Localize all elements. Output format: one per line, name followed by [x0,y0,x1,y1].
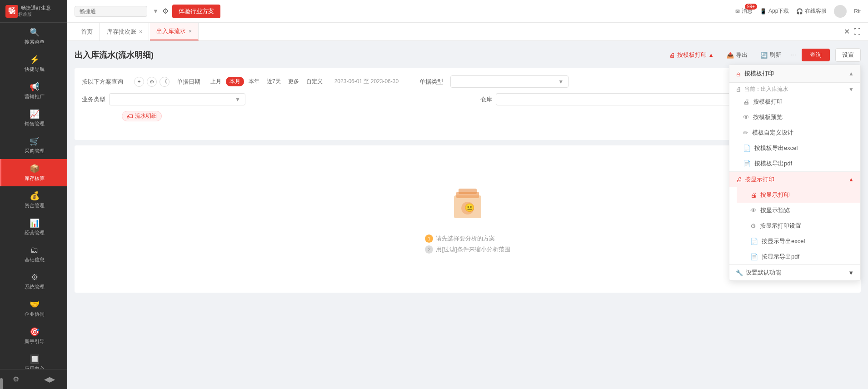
sidebar-settings-icon[interactable]: ⚙ [13,375,19,384]
sidebar-item-apps[interactable]: 🔲 应用中心 [0,349,67,369]
filter-tag-liushui[interactable]: 🏷 流水明细 [122,111,162,121]
print-template-button[interactable]: 🖨 按模板打印 ▲ [666,49,718,61]
sidebar-item-marketing[interactable]: 📢 营销推广 [0,77,67,105]
sidebar-item-system[interactable]: ⚙ 系统管理 [0,268,67,295]
query-label: 按以下方案查询 [82,78,123,86]
query-button[interactable]: 查询 [802,49,830,61]
dropdown-item-print-template[interactable]: 🖨 按模板打印 [729,94,860,110]
date-tab-last7[interactable]: 近7天 [264,77,284,86]
date-tab-more[interactable]: 更多 [285,77,302,86]
tab-flow[interactable]: 出入库流水 × [150,23,199,40]
username-label: Rit [854,8,861,15]
date-label: 单据日期 [177,78,200,86]
sidebar-item-coop[interactable]: 🤝 企业协同 [0,295,67,322]
dropdown-close-icon[interactable]: ▲ [848,70,854,77]
finance-icon: 💰 [30,191,40,201]
dropdown-section-header[interactable]: 🖨 按显示打印 ▲ [729,172,860,187]
app-download-icon: 📱 [760,8,767,15]
window-close-icon[interactable]: ✕ [844,27,850,36]
date-tabs: 上月 本月 本年 近7天 更多 自定义 [208,77,325,86]
export-label: 导出 [736,51,748,59]
sidebar-collapse-icon[interactable]: ◀▶ [44,375,55,384]
design-icon: ✏ [743,129,748,136]
dropdown-item-preview-template[interactable]: 👁 按模板预览 [729,110,860,125]
excel-icon: 📄 [743,145,751,152]
sidebar-item-search[interactable]: 🔍 搜索菜单 [0,23,67,50]
filter-collapse-button[interactable]: 《 [160,77,170,87]
sidebar-item-operations[interactable]: 📊 经营管理 [0,214,67,241]
tab-batch[interactable]: 库存批次账 × [100,23,149,40]
message-icon: ✉ [735,8,740,15]
dropdown-item-export-pdf-display[interactable]: 📄 按显示导出pdf [737,249,860,264]
section-chevron-icon: ▲ [848,176,854,183]
inventory-icon: 📦 [30,164,40,174]
filter-settings-button[interactable]: ⚙ [147,77,157,87]
date-tab-prev-month[interactable]: 上月 [208,77,224,86]
sidebar-scroll: 🔍 搜索菜单 ⚡ 快捷导航 📢 营销推广 📈 销售管理 🛒 采购管理 📦 [0,23,67,369]
sidebar-item-basic[interactable]: 🗂 基础信息 [0,241,67,268]
sidebar-item-shortcut[interactable]: ⚡ 快捷导航 [0,50,67,77]
type-label: 单据类型 [419,78,443,86]
topbar-right: ✉ 消息 99+ 📱 App下载 🎧 在线客服 Rit [735,5,861,18]
empty-illustration: 😐 [445,182,490,227]
dropdown-item-export-excel-display[interactable]: 📄 按显示导出excel [737,234,860,249]
sidebar-item-sales[interactable]: 📈 销售管理 [0,105,67,132]
message-button[interactable]: ✉ 消息 99+ [735,7,753,15]
type-select[interactable]: ▼ [450,75,569,88]
online-service-button[interactable]: 🎧 在线客服 [796,7,827,15]
window-max-icon[interactable]: ⛶ [853,28,861,36]
refresh-label: 刷新 [769,51,781,59]
avatar[interactable] [834,5,847,18]
date-tab-current-month[interactable]: 本月 [226,77,244,86]
empty-hint-2: 2 用[过滤]条件来缩小分析范围 [425,245,510,254]
sidebar: 畅 畅捷通好生意 标准版 🔍 搜索菜单 ⚡ 快捷导航 📢 营销推广 📈 销售管理 [0,0,67,389]
preview-icon: 👁 [743,114,749,121]
dropdown-section-title: 🖨 按显示打印 [736,175,774,184]
svg-text:😐: 😐 [464,203,475,213]
sidebar-item-guide[interactable]: 🎯 新手引导 [0,322,67,349]
dropdown-item-preview-display[interactable]: 👁 按显示预览 [737,203,860,218]
tabs-right: ✕ ⛶ [844,27,861,36]
biz-type-label: 业务类型 [82,95,105,104]
dropdown-item-print-display[interactable]: 🖨 按显示打印 [737,187,860,203]
setting-button[interactable]: 设置 [835,48,861,62]
footer-chevron-icon: ▼ [848,269,854,276]
sidebar-item-finance[interactable]: 💰 资金管理 [0,186,67,214]
page-header: 出入库流水(流水明细) 🖨 按模板打印 ▲ 📤 导出 🔄 刷新 [75,48,861,62]
sidebar-item-purchase[interactable]: 🛒 采购管理 [0,132,67,159]
page-title: 出入库流水(流水明细) [75,50,154,60]
topbar-search-chevron-icon[interactable]: ▼ [153,8,159,15]
dropdown-item-custom-design[interactable]: ✏ 模板自定义设计 [729,125,860,140]
topbar-gear-icon[interactable]: ⚙ [162,7,169,15]
print-template-label: 按模板打印 [677,51,707,59]
sidebar-item-inventory[interactable]: 📦 库存核算 [0,159,67,186]
dropdown-footer-settings[interactable]: 🔧 设置默认功能 ▼ [729,265,860,280]
svg-rect-2 [459,189,477,194]
main-content: ▼ ⚙ 体验行业方案 ✉ 消息 99+ 📱 App下载 🎧 在线客服 [67,0,868,389]
dropdown-title-icon: 🖨 [736,70,742,77]
dropdown-item-export-excel-template[interactable]: 📄 按模板导出excel [729,140,860,156]
warehouse-label: 仓库 [480,95,492,104]
tab-home[interactable]: 首页 [75,23,100,40]
refresh-button[interactable]: 🔄 刷新 [757,49,785,61]
footer-settings-icon: 🔧 [736,269,743,276]
date-tab-current-year[interactable]: 本年 [246,77,262,86]
tab-flow-close[interactable]: × [189,28,192,35]
app-download-button[interactable]: 📱 App下载 [760,7,789,15]
filter-add-button[interactable]: + [134,77,144,87]
section-print-icon: 🖨 [736,176,742,183]
topbar-search-input[interactable] [75,6,147,17]
display-excel-icon: 📄 [750,238,758,245]
export-button[interactable]: 📤 导出 [723,49,751,61]
biz-type-select[interactable]: ▼ [109,93,245,105]
date-tab-custom[interactable]: 自定义 [304,77,325,86]
apps-icon: 🔲 [30,354,40,364]
trial-button[interactable]: 体验行业方案 [172,5,220,18]
hint-1-number: 1 [425,234,433,243]
tab-batch-close[interactable]: × [139,29,142,35]
dropdown-item-print-settings-display[interactable]: ⚙ 按显示打印设置 [737,218,860,234]
dropdown-item-export-pdf-template[interactable]: 📄 按模板导出pdf [729,156,860,171]
system-icon: ⚙ [31,272,38,282]
dropdown-current-icon: 🖨 [736,86,742,93]
display-print-icon: 🖨 [750,191,757,199]
